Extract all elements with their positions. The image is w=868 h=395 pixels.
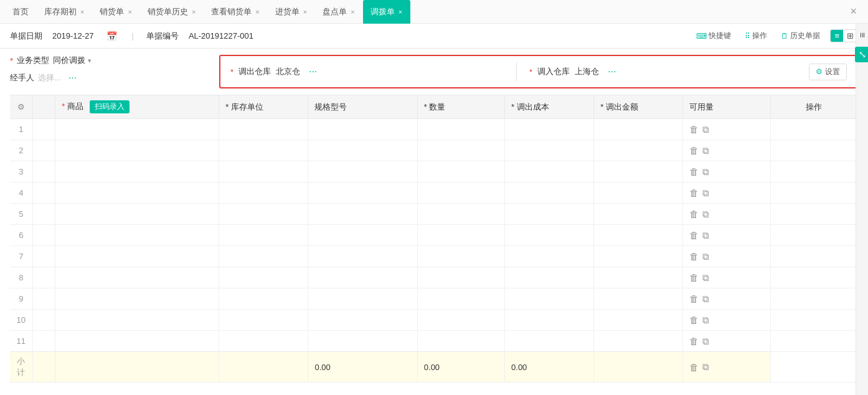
row-unit[interactable] — [55, 331, 219, 352]
tab-close-inventory-check[interactable]: × — [351, 8, 354, 16]
tab-close-transfer[interactable]: × — [399, 8, 402, 16]
tab-purchase[interactable]: 进货单 × — [268, 0, 315, 24]
row-unit[interactable] — [55, 267, 219, 288]
row-amount[interactable] — [505, 161, 594, 183]
person-placeholder[interactable]: 选择... — [38, 72, 61, 83]
row-spec[interactable] — [219, 204, 308, 225]
row-amount[interactable] — [505, 246, 594, 267]
row-cost[interactable] — [417, 140, 504, 161]
row-qty[interactable] — [308, 183, 417, 204]
row-amount[interactable] — [505, 183, 594, 204]
row-product[interactable] — [32, 267, 55, 288]
row-spec[interactable] — [219, 183, 308, 204]
row-spec[interactable] — [219, 310, 308, 331]
row-cost[interactable] — [417, 288, 504, 310]
row-product[interactable] — [32, 161, 55, 183]
shortcut-btn[interactable]: ⌨ 快捷键 — [692, 29, 735, 43]
tab-close-sales[interactable]: × — [128, 8, 131, 16]
copy-icon[interactable]: ⧉ — [702, 145, 709, 156]
row-qty[interactable] — [308, 225, 417, 246]
row-cost[interactable] — [417, 161, 504, 183]
copy-icon[interactable]: ⧉ — [702, 251, 709, 262]
row-cost[interactable] — [417, 310, 504, 331]
copy-icon[interactable]: ⧉ — [702, 272, 709, 283]
calendar-icon[interactable]: 📅 — [106, 31, 117, 41]
row-spec[interactable] — [219, 267, 308, 288]
history-btn[interactable]: 🗒 历史单据 — [777, 29, 824, 43]
sidebar-expand-icon[interactable]: ⤢ — [855, 47, 869, 62]
row-qty[interactable] — [308, 310, 417, 331]
row-cost[interactable] — [417, 246, 504, 267]
copy-icon[interactable]: ⧉ — [702, 336, 709, 347]
row-qty[interactable] — [308, 140, 417, 161]
close-window-btn[interactable]: × — [844, 5, 863, 18]
tab-home[interactable]: 首页 — [5, 0, 37, 24]
row-product[interactable] — [32, 183, 55, 204]
row-product[interactable] — [32, 225, 55, 246]
operation-btn[interactable]: ⠿ 操作 — [741, 29, 771, 43]
copy-icon[interactable]: ⧉ — [702, 230, 709, 241]
row-spec[interactable] — [219, 225, 308, 246]
row-unit[interactable] — [55, 288, 219, 310]
row-product[interactable] — [32, 204, 55, 225]
delete-icon[interactable]: 🗑 — [689, 145, 699, 156]
subtotal-delete-icon[interactable]: 🗑 — [689, 362, 699, 373]
row-cost[interactable] — [417, 267, 504, 288]
row-unit[interactable] — [55, 246, 219, 267]
tab-inventory-check[interactable]: 盘点单 × — [315, 0, 362, 24]
row-unit[interactable] — [55, 119, 219, 140]
th-gear[interactable]: ⚙ — [10, 95, 32, 119]
row-unit[interactable] — [55, 140, 219, 161]
row-product[interactable] — [32, 246, 55, 267]
row-spec[interactable] — [219, 119, 308, 140]
settings-btn[interactable]: ⚙ 设置 — [809, 64, 847, 80]
row-unit[interactable] — [55, 310, 219, 331]
delete-icon[interactable]: 🗑 — [689, 124, 699, 135]
delete-icon[interactable]: 🗑 — [689, 315, 699, 325]
delete-icon[interactable]: 🗑 — [689, 251, 699, 262]
tab-view-sales[interactable]: 查看销货单 × — [204, 0, 267, 24]
row-amount[interactable] — [505, 225, 594, 246]
business-type-select[interactable]: 同价调拨 ▾ — [53, 55, 92, 66]
delete-icon[interactable]: 🗑 — [689, 336, 699, 346]
row-qty[interactable] — [308, 119, 417, 140]
tab-sales[interactable]: 销货单 × — [92, 0, 139, 24]
in-warehouse-more-btn[interactable]: ··· — [608, 66, 616, 77]
tab-close-view-sales[interactable]: × — [255, 8, 259, 16]
copy-icon[interactable]: ⧉ — [702, 124, 709, 135]
tab-close-purchase[interactable]: × — [303, 8, 307, 16]
person-more-btn[interactable]: ··· — [68, 72, 77, 83]
row-unit[interactable] — [55, 161, 219, 183]
delete-icon[interactable]: 🗑 — [689, 230, 699, 240]
row-cost[interactable] — [417, 183, 504, 204]
row-qty[interactable] — [308, 331, 417, 352]
row-cost[interactable] — [417, 331, 504, 352]
row-product[interactable] — [32, 119, 55, 140]
row-spec[interactable] — [219, 288, 308, 310]
copy-icon[interactable]: ⧉ — [702, 166, 709, 178]
copy-icon[interactable]: ⧉ — [702, 293, 709, 305]
delete-icon[interactable]: 🗑 — [689, 188, 699, 198]
tab-inventory-init[interactable]: 库存期初 × — [37, 0, 92, 24]
view-list-btn[interactable]: ≡ — [831, 30, 843, 42]
copy-icon[interactable]: ⧉ — [702, 209, 709, 220]
row-qty[interactable] — [308, 288, 417, 310]
row-unit[interactable] — [55, 183, 219, 204]
scan-btn[interactable]: 扫码录入 — [90, 100, 130, 113]
row-spec[interactable] — [219, 246, 308, 267]
row-unit[interactable] — [55, 204, 219, 225]
row-qty[interactable] — [308, 161, 417, 183]
copy-icon[interactable]: ⧉ — [702, 315, 709, 326]
row-product[interactable] — [32, 331, 55, 352]
row-spec[interactable] — [219, 331, 308, 352]
row-qty[interactable] — [308, 204, 417, 225]
row-amount[interactable] — [505, 204, 594, 225]
row-product[interactable] — [32, 288, 55, 310]
copy-icon[interactable]: ⧉ — [702, 188, 709, 199]
row-amount[interactable] — [505, 267, 594, 288]
delete-icon[interactable]: 🗑 — [689, 209, 699, 219]
row-product[interactable] — [32, 140, 55, 161]
row-cost[interactable] — [417, 204, 504, 225]
row-cost[interactable] — [417, 225, 504, 246]
row-amount[interactable] — [505, 331, 594, 352]
